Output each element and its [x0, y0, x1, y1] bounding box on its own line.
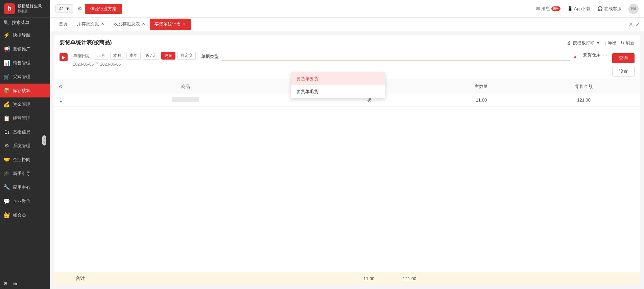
- sidebar-item-purchase[interactable]: 🛒采购管理: [0, 70, 50, 84]
- sidebar-nav: ⚡快捷导航📢营销推广📊销售管理🛒采购管理📦库存核算💰资金管理📋经营管理🗂基础信息…: [0, 28, 50, 278]
- th-settings: ⚙: [54, 80, 68, 93]
- tab-close-2[interactable]: ✕: [142, 22, 145, 26]
- btn-last-month[interactable]: 上月: [94, 52, 108, 60]
- sidebar-scroll-up[interactable]: ▲: [43, 137, 46, 140]
- page-card: 要货单统计表(按商品) 🖨 按模板打印 ▼ ↓ 导出 ↻ 刷新: [54, 35, 640, 285]
- dropdown-item-1[interactable]: 要货单退货: [291, 85, 385, 98]
- footer-quantity: 11.00: [349, 276, 389, 281]
- phone-icon: 📱: [567, 6, 573, 11]
- refresh-action[interactable]: ↻ 刷新: [621, 40, 635, 46]
- filter-expand-btn[interactable]: ▶: [59, 53, 68, 61]
- tab-3[interactable]: 要货单统计表 ✕: [150, 19, 191, 30]
- sidebar-search[interactable]: 🔍 搜索菜单: [0, 18, 50, 28]
- settings-icon[interactable]: ⚙: [3, 281, 8, 286]
- type-dropdown-arrow[interactable]: ▲: [573, 54, 577, 59]
- main-area: 41 ▼ ⚙ 体验行业方案 ✉ 消息 99+ 📱 App下载 🎧 在线客服 Ri…: [50, 0, 644, 289]
- btn-this-month[interactable]: 本月: [110, 52, 124, 60]
- quick-nav-icon: ⚡: [3, 32, 10, 38]
- cell-product: [68, 93, 304, 107]
- footer-amount: 121.00: [389, 276, 430, 281]
- th-quantity: 主数量: [435, 80, 528, 93]
- export-action[interactable]: ↓ 导出: [604, 40, 617, 46]
- company-selector[interactable]: 41 ▼: [55, 4, 73, 13]
- system-icon: ⚙: [3, 142, 10, 149]
- sidebar-logo: b 畅捷通好生意 标准版: [0, 0, 50, 18]
- avatar[interactable]: Rit: [628, 4, 639, 14]
- enterprise-icon: 🤝: [3, 156, 10, 163]
- print-action[interactable]: 🖨 按模板打印 ▼: [567, 40, 600, 46]
- type-label: 单据类型: [201, 53, 219, 60]
- tab-0[interactable]: 首页: [54, 18, 72, 30]
- date-filter-group: 单据日期 上月 本月 本年 近7天 更多 自定义 2023-05-06 至 20…: [73, 52, 196, 67]
- btn-this-year[interactable]: 本年: [126, 52, 141, 60]
- close-tab-icon[interactable]: ✕: [628, 21, 633, 27]
- type-input[interactable]: [221, 52, 570, 61]
- sidebar-item-quick-nav[interactable]: ⚡快捷导航: [0, 28, 50, 42]
- tab-close-1[interactable]: ✕: [101, 22, 104, 26]
- app-download-item[interactable]: 📱 App下载: [567, 6, 591, 12]
- sales-icon: 📊: [3, 60, 10, 66]
- type-filter-group: 单据类型 ▲: [201, 52, 577, 61]
- type-dropdown: 要货单要货 要货单退货: [291, 72, 385, 98]
- online-service-item[interactable]: 🎧 在线客服: [597, 6, 622, 12]
- sidebar-item-guide[interactable]: 🎓新手引导: [0, 166, 50, 180]
- print-icon: 🖨: [567, 40, 571, 45]
- maximize-tab-icon[interactable]: ⤢: [636, 21, 640, 27]
- sidebar-item-finance[interactable]: 💰资金管理: [0, 97, 50, 111]
- cell-quantity: 11.00: [435, 93, 528, 107]
- dropdown-item-0[interactable]: 要货单要货: [291, 72, 385, 85]
- sidebar-item-wechat[interactable]: 💬企业微信: [0, 194, 50, 208]
- sidebar-item-marketing[interactable]: 📢营销推广: [0, 42, 50, 56]
- sidebar-item-member[interactable]: 👑畅会员: [0, 208, 50, 222]
- tab-1[interactable]: 库存批次账 ✕: [72, 18, 109, 30]
- warehouse-more-icon[interactable]: ···: [603, 52, 607, 58]
- tab-close-3[interactable]: ✕: [183, 22, 186, 26]
- guide-icon: 🎓: [3, 170, 10, 177]
- type-filter-row: 单据类型 ▲: [201, 52, 577, 61]
- message-icon: ✉: [536, 6, 540, 11]
- sidebar-item-inventory[interactable]: 📦库存核算: [0, 84, 50, 97]
- wechat-icon: 💬: [3, 198, 10, 204]
- th-product: 商品: [68, 80, 304, 93]
- btn-7days[interactable]: 近7天: [143, 52, 159, 60]
- refresh-icon: ↻: [621, 40, 624, 45]
- header-right: ✉ 消息 99+ 📱 App下载 🎧 在线客服 Rit: [536, 4, 639, 14]
- product-placeholder: [172, 97, 199, 102]
- page-title: 要货单统计表(按商品): [59, 39, 112, 46]
- sidebar-item-sales[interactable]: 📊销售管理: [0, 56, 50, 70]
- sidebar-item-operations[interactable]: 📋经营管理: [0, 111, 50, 125]
- inventory-icon: 📦: [3, 87, 10, 94]
- page-actions: 🖨 按模板打印 ▼ ↓ 导出 ↻ 刷新: [567, 40, 635, 46]
- filter-bar: ▶ 单据日期 上月 本月 本年 近7天 更多 自定义 2023-05-06 至 …: [54, 49, 640, 80]
- finance-icon: 💰: [3, 101, 10, 108]
- sidebar-item-enterprise[interactable]: 🤝企业协同: [0, 153, 50, 166]
- page-title-bar: 要货单统计表(按商品) 🖨 按模板打印 ▼ ↓ 导出 ↻ 刷新: [54, 35, 640, 49]
- query-btn[interactable]: 查询: [612, 53, 635, 63]
- sidebar-item-app-center[interactable]: 🔧应用中心: [0, 180, 50, 194]
- column-settings-icon[interactable]: ⚙: [59, 84, 63, 89]
- tab-2[interactable]: 收发存汇总表 ✕: [109, 18, 150, 30]
- trial-btn[interactable]: 体验行业方案: [85, 4, 122, 14]
- messages-item[interactable]: ✉ 消息 99+: [536, 6, 560, 12]
- date-label: 单据日期: [73, 53, 91, 59]
- export-icon: ↓: [604, 40, 607, 45]
- date-range: 2023-05-06 至 2023-06-06: [73, 62, 196, 67]
- marketing-icon: 📢: [3, 46, 10, 52]
- purchase-icon: 🛒: [3, 73, 10, 80]
- sidebar-bottom: ⚙ ⏮: [0, 278, 50, 289]
- table-footer: 合计 11.00 121.00: [54, 272, 640, 285]
- sidebar: b 畅捷通好生意 标准版 🔍 搜索菜单 ⚡快捷导航📢营销推广📊销售管理🛒采购管理…: [0, 0, 50, 289]
- headset-icon: 🎧: [597, 6, 603, 11]
- operations-icon: 📋: [3, 115, 10, 121]
- settings-gear-icon[interactable]: ⚙: [77, 5, 82, 12]
- cell-amount: 121.00: [528, 93, 640, 107]
- filter-settings-btn[interactable]: 设置: [612, 66, 635, 77]
- footer-label: 合计: [58, 275, 143, 282]
- btn-custom[interactable]: 自定义: [177, 52, 196, 60]
- sidebar-scroll-down[interactable]: ▼: [43, 141, 46, 144]
- date-options-row: 单据日期 上月 本月 本年 近7天 更多 自定义: [73, 52, 196, 60]
- tabs-actions: ✕ ⤢: [628, 21, 640, 27]
- collapse-icon[interactable]: ⏮: [13, 281, 18, 286]
- warehouse-label: 要货仓库: [583, 52, 600, 58]
- btn-more[interactable]: 更多: [161, 52, 175, 60]
